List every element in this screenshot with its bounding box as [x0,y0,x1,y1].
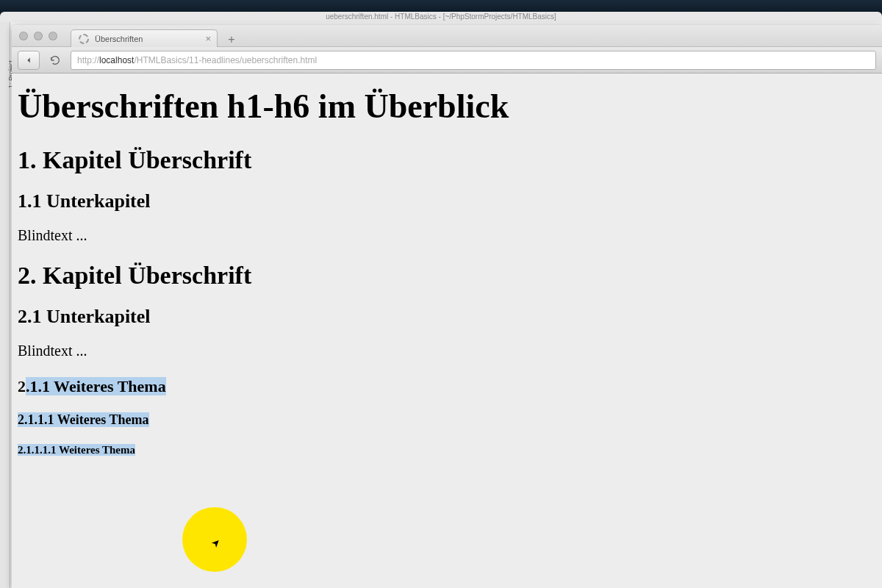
heading-h4: 2.1.1 Weiteres Thema [18,377,876,396]
browser-window: Überschriften × + http://localhost/HTMLB… [12,25,882,588]
back-arrow-icon [24,55,34,65]
loading-icon [79,34,89,44]
reload-button[interactable] [46,51,65,70]
new-tab-button[interactable]: + [222,32,241,47]
h5-selected: 2.1.1.1 Weiteres Thema [18,412,149,427]
heading-h3-sub2: 2.1 Unterkapitel [18,306,876,328]
h4-unselected: 2 [18,377,26,395]
back-button[interactable] [18,51,40,70]
window-controls [19,32,57,40]
browser-titlebar[interactable]: Überschriften × + [12,25,882,47]
paragraph-1: Blindtext ... [18,227,876,244]
ide-window-titlebar: ueberschriften.html - HTMLBasics - [~/Ph… [0,12,882,22]
heading-h1: Überschriften h1-h6 im Überblick [18,87,876,126]
url-scheme: http:// [77,55,99,65]
browser-toolbar: http://localhost/HTMLBasics/11-headlines… [12,47,882,74]
h6-selected: 2.1.1.1.1 Weiteres Thema [18,444,135,456]
address-bar[interactable]: http://localhost/HTMLBasics/11-headlines… [71,51,876,70]
heading-h2-chapter2: 2. Kapitel Überschrift [18,262,876,290]
ide-sidebar[interactable]: 1: Project [0,22,10,588]
reload-icon [49,54,61,66]
paragraph-2: Blindtext ... [18,343,876,359]
browser-tab-active[interactable]: Überschriften × [71,29,218,47]
heading-h3-sub1: 1.1 Unterkapitel [18,190,876,212]
tab-strip: Überschriften × + [71,28,241,47]
page-viewport[interactable]: Überschriften h1-h6 im Überblick 1. Kapi… [12,74,882,588]
minimize-window-button[interactable] [34,32,43,40]
heading-h5: 2.1.1.1 Weiteres Thema [18,412,876,428]
url-host: localhost [99,55,134,65]
close-tab-icon[interactable]: × [205,33,211,44]
heading-h6: 2.1.1.1.1 Weiteres Thema [18,444,876,456]
tab-title: Überschriften [95,35,143,43]
close-window-button[interactable] [19,32,28,40]
ide-title-text: ueberschriften.html - HTMLBasics - [~/Ph… [326,12,556,21]
heading-h2-chapter1: 1. Kapitel Überschrift [18,146,876,174]
h4-selected: .1.1 Weiteres Thema [26,377,166,395]
maximize-window-button[interactable] [49,32,57,40]
url-path: /HTMLBasics/11-headlines/ueberschriften.… [134,55,317,65]
